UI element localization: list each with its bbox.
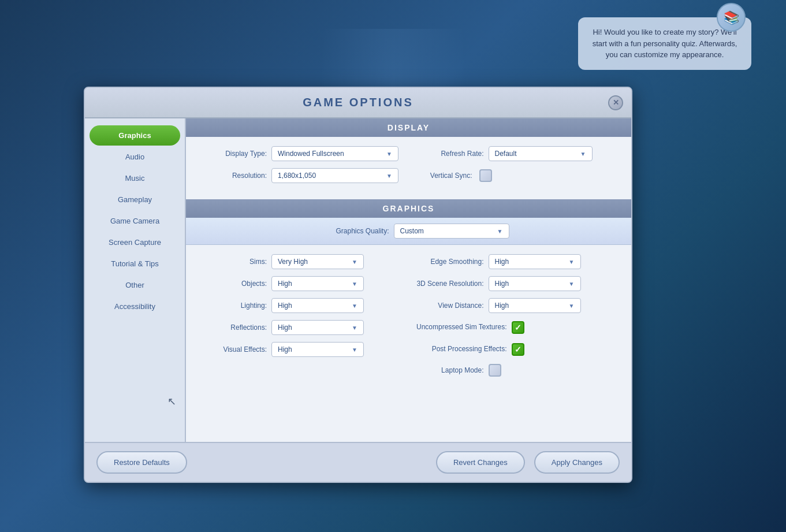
resolution-label: Resolution: [198, 172, 267, 180]
post-processing-label: Post Processing Effects: [415, 345, 507, 354]
tooltip-text: Hi! Would you like to create my story? W… [593, 28, 737, 59]
view-distance-group: View Distance: High ▼ [415, 298, 620, 313]
sidebar-item-music[interactable]: Music [87, 168, 182, 188]
objects-value: High [278, 280, 292, 288]
graphics-section-header: Graphics [186, 199, 631, 218]
sims-group: Sims: Very High ▼ [198, 254, 403, 269]
refresh-rate-arrow: ▼ [580, 151, 586, 157]
lighting-arrow: ▼ [352, 303, 357, 309]
edge-smoothing-arrow: ▼ [569, 259, 575, 265]
objects-group: Objects: High ▼ [198, 276, 403, 291]
lighting-view-row: Lighting: High ▼ View Distance: High ▼ [198, 298, 620, 313]
lighting-label: Lighting: [198, 302, 267, 310]
display-type-label: Display Type: [198, 150, 267, 158]
resolution-value: 1,680x1,050 [278, 172, 316, 180]
display-type-row: Display Type: Windowed Fullscreen ▼ Refr… [198, 146, 620, 161]
dialog-header: Game Options ✕ [85, 88, 631, 118]
objects-scene-row: Objects: High ▼ 3D Scene Resolution: Hig… [198, 276, 620, 291]
graphics-quality-value: Custom [400, 227, 424, 235]
display-type-dropdown[interactable]: Windowed Fullscreen ▼ [271, 146, 398, 161]
dialog-footer: Restore Defaults Revert Changes Apply Ch… [85, 442, 631, 482]
sidebar-item-gameplay[interactable]: Gameplay [87, 189, 182, 210]
laptop-mode-checkbox[interactable] [489, 364, 501, 377]
close-button[interactable]: ✕ [608, 95, 623, 110]
visual-effects-post-row: Visual Effects: High ▼ Post Processing E… [198, 342, 620, 357]
resolution-dropdown[interactable]: 1,680x1,050 ▼ [271, 168, 398, 183]
sidebar-item-other[interactable]: Other [87, 275, 182, 295]
scene-resolution-group: 3D Scene Resolution: High ▼ [415, 276, 620, 291]
view-distance-label: View Distance: [415, 302, 484, 310]
display-type-value: Windowed Fullscreen [278, 150, 344, 158]
edge-smoothing-dropdown[interactable]: High ▼ [489, 254, 581, 269]
tooltip-icon: 📚 [717, 3, 746, 32]
display-type-arrow: ▼ [386, 151, 392, 157]
refresh-rate-value: Default [495, 150, 517, 158]
sidebar-item-graphics[interactable]: Graphics [90, 125, 180, 146]
sidebar-item-game-camera[interactable]: Game Camera [87, 211, 182, 231]
display-section-content: Display Type: Windowed Fullscreen ▼ Refr… [186, 137, 631, 199]
objects-label: Objects: [198, 280, 267, 288]
visual-effects-value: High [278, 345, 292, 354]
reflections-textures-row: Reflections: High ▼ Uncompressed Sim Tex… [198, 320, 620, 335]
display-section-header: Display [186, 118, 631, 137]
post-processing-checkbox[interactable]: ✓ [512, 343, 524, 356]
apply-changes-button[interactable]: Apply Changes [534, 451, 620, 474]
resolution-group: Resolution: 1,680x1,050 ▼ [198, 168, 403, 183]
uncompressed-textures-label: Uncompressed Sim Textures: [415, 323, 507, 332]
graphics-quality-dropdown[interactable]: Custom ▼ [394, 224, 509, 239]
vsync-group: Vertical Sync: [415, 169, 620, 182]
dialog-body: Graphics Audio Music Gameplay Game Camer… [85, 118, 631, 442]
visual-effects-label: Visual Effects: [198, 345, 267, 354]
reflections-value: High [278, 323, 292, 332]
scene-resolution-arrow: ▼ [569, 281, 575, 287]
revert-changes-button[interactable]: Revert Changes [436, 451, 525, 474]
sims-label: Sims: [198, 258, 267, 266]
lighting-value: High [278, 302, 292, 310]
sims-value: Very High [278, 258, 308, 266]
visual-effects-group: Visual Effects: High ▼ [198, 342, 403, 357]
laptop-mode-row: Laptop Mode: [198, 364, 620, 377]
dialog-title: Game Options [303, 96, 414, 109]
edge-smoothing-group: Edge Smoothing: High ▼ [415, 254, 620, 269]
uncompressed-textures-group: Uncompressed Sim Textures: ✓ [415, 321, 620, 334]
laptop-mode-group: Laptop Mode: [415, 364, 620, 377]
resolution-row: Resolution: 1,680x1,050 ▼ Vertical Sync: [198, 168, 620, 183]
graphics-quality-label: Graphics Quality: [308, 227, 389, 235]
game-options-dialog: Game Options ✕ Graphics Audio Music Game… [84, 87, 632, 483]
sims-arrow: ▼ [352, 259, 357, 265]
quality-arrow: ▼ [497, 228, 503, 235]
edge-smoothing-label: Edge Smoothing: [415, 258, 484, 266]
restore-defaults-button[interactable]: Restore Defaults [96, 451, 187, 474]
graphics-quality-row: Graphics Quality: Custom ▼ [186, 218, 631, 245]
sidebar-item-screen-capture[interactable]: Screen Capture [87, 232, 182, 252]
uncompressed-textures-checkbox[interactable]: ✓ [512, 321, 524, 334]
refresh-rate-dropdown[interactable]: Default ▼ [489, 146, 593, 161]
resolution-arrow: ▼ [386, 173, 392, 179]
lighting-group: Lighting: High ▼ [198, 298, 403, 313]
visual-effects-dropdown[interactable]: High ▼ [271, 342, 364, 357]
sims-dropdown[interactable]: Very High ▼ [271, 254, 364, 269]
laptop-mode-label: Laptop Mode: [415, 366, 484, 374]
graphics-settings: Sims: Very High ▼ Edge Smoothing: High ▼ [186, 245, 631, 393]
reflections-arrow: ▼ [352, 325, 357, 331]
sidebar-item-tutorial-tips[interactable]: Tutorial & Tips [87, 254, 182, 274]
vsync-checkbox[interactable] [479, 169, 492, 182]
sidebar: Graphics Audio Music Gameplay Game Camer… [85, 118, 186, 442]
sidebar-item-audio[interactable]: Audio [87, 147, 182, 167]
footer-center-buttons: Revert Changes Apply Changes [436, 451, 620, 474]
refresh-rate-label: Refresh Rate: [415, 150, 484, 158]
sidebar-item-accessibility[interactable]: Accessibility [87, 296, 182, 317]
objects-dropdown[interactable]: High ▼ [271, 276, 364, 291]
view-distance-dropdown[interactable]: High ▼ [489, 298, 581, 313]
tooltip-bubble: 📚 Hi! Would you like to create my story?… [578, 17, 751, 70]
scene-resolution-label: 3D Scene Resolution: [415, 280, 484, 288]
display-type-group: Display Type: Windowed Fullscreen ▼ [198, 146, 403, 161]
scene-resolution-dropdown[interactable]: High ▼ [489, 276, 581, 291]
visual-effects-arrow: ▼ [352, 347, 357, 353]
view-distance-value: High [495, 302, 509, 310]
sims-edge-row: Sims: Very High ▼ Edge Smoothing: High ▼ [198, 254, 620, 269]
lighting-dropdown[interactable]: High ▼ [271, 298, 364, 313]
reflections-dropdown[interactable]: High ▼ [271, 320, 364, 335]
post-processing-group: Post Processing Effects: ✓ [415, 343, 620, 356]
refresh-rate-group: Refresh Rate: Default ▼ [415, 146, 620, 161]
